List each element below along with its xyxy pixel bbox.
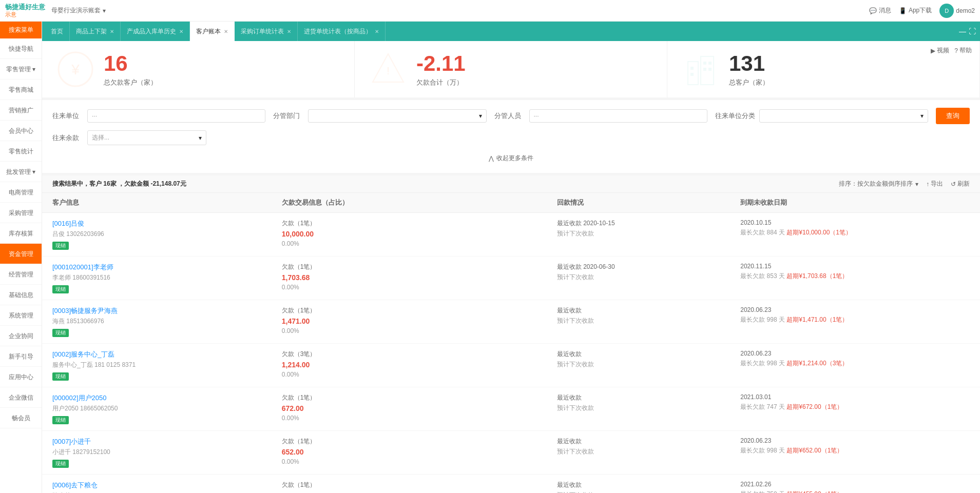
collapse-btn[interactable]: ⋀ 收起更多条件	[52, 151, 970, 165]
return-date: 最近收款 2020-10-15	[557, 219, 740, 228]
customer-name[interactable]: [0016]吕俊	[52, 220, 84, 227]
sort-select[interactable]: 排序：按欠款金额倒序排序 ▾	[839, 180, 918, 188]
sidebar-item-零售统计[interactable]: 零售统计	[0, 141, 42, 162]
filter-balance-select[interactable]: 选择... ▾	[87, 130, 206, 145]
svg-text:¥: ¥	[71, 62, 80, 77]
date-overdue: 最长欠款 750 天 超期¥455.90（1笔）	[740, 490, 970, 493]
date-main: 2021.03.01	[740, 393, 970, 401]
sidebar-item-采购管理[interactable]: 采购管理	[0, 203, 42, 223]
svg-rect-10	[703, 68, 706, 71]
help-btn[interactable]: ? 帮助	[954, 46, 972, 55]
tab-5[interactable]: 进货单统计表（按商品）✕	[298, 22, 386, 41]
industry-selector[interactable]: 母婴行业演示账套 ▾	[51, 6, 106, 15]
filter-person: 分管人员 ···	[494, 109, 707, 123]
customer-name[interactable]: [0006]去下粮仓	[52, 481, 98, 489]
sidebar-item-电商管理[interactable]: 电商管理	[0, 182, 42, 203]
sidebar-item-基础信息[interactable]: 基础信息	[0, 285, 42, 305]
query-button[interactable]: 查询	[936, 108, 970, 124]
refresh-btn[interactable]: ↺ 刷新	[951, 180, 970, 188]
main-layout: 搜索菜单 快捷导航零售管理 ▾零售商城营销推广会员中心零售统计批发管理 ▾电商管…	[0, 22, 980, 493]
tab-3[interactable]: 客户账本✕	[190, 22, 235, 41]
customer-name[interactable]: [0007]小进千	[52, 438, 91, 445]
sidebar-item-批发管理[interactable]: 批发管理 ▾	[0, 162, 42, 182]
sidebar-item-经营管理[interactable]: 经营管理	[0, 264, 42, 285]
overdue-link[interactable]: 超期¥672.00（1笔）	[786, 403, 843, 410]
page-content: ¥ 16 总欠款客户（家） !	[42, 41, 980, 493]
stat-card-amount: ! -2.11 欠款合计（万）	[355, 41, 667, 97]
filter-dept-select[interactable]: ▾	[308, 109, 486, 123]
stat-card-total: 131 总客户（家） ▶ 视频 ? 帮助	[667, 41, 980, 97]
filter-person-input[interactable]: ···	[529, 109, 707, 123]
filter-category: 往来单位分类 ▾	[715, 109, 928, 123]
sidebar-item-库存核算[interactable]: 库存核算	[0, 223, 42, 244]
sidebar-item-零售商城[interactable]: 零售商城	[0, 80, 42, 100]
sidebar-item-企业协同[interactable]: 企业协同	[0, 326, 42, 346]
date-overdue: 最长欠款 998 天 超期¥652.00（1笔）	[740, 446, 970, 455]
sidebar-item-快捷导航[interactable]: 快捷导航	[0, 38, 42, 59]
date-overdue: 最长欠款 884 天 超期¥10,000.00（1笔）	[740, 228, 970, 237]
date-main: 2021.02.26	[740, 481, 970, 488]
date-overdue: 最长欠款 998 天 超期¥1,471.00（1笔）	[740, 315, 970, 324]
sidebar-item-会员中心[interactable]: 会员中心	[0, 121, 42, 141]
user-avatar[interactable]: D demo2	[939, 4, 975, 18]
tab-2[interactable]: 产成品入库单历史✕	[121, 22, 190, 41]
table-row: [0006]去下粮仓 陈小帅 现销 欠款（1笔） 455.90 0.00% 最近…	[42, 475, 980, 493]
video-btn[interactable]: ▶ 视频	[931, 46, 949, 55]
arrear-count: 欠款（1笔）	[282, 393, 557, 402]
sidebar-item-系统管理[interactable]: 系统管理	[0, 305, 42, 326]
minimize-btn[interactable]: —	[959, 27, 966, 35]
table-row: [0007]小进千 小进千 18279152100 现销 欠款（1笔） 652.…	[42, 431, 980, 475]
tab-4[interactable]: 采购订单统计表✕	[235, 22, 298, 41]
customer-tag: 现销	[52, 329, 69, 337]
overdue-link[interactable]: 超期¥1,703.68（1笔）	[786, 272, 848, 280]
sidebar-item-应用中心[interactable]: 应用中心	[0, 367, 42, 387]
results-actions: 排序：按欠款金额倒序排序 ▾ ↑ 导出 ↺ 刷新	[839, 180, 970, 188]
stat-icon-building	[683, 51, 719, 87]
message-btn[interactable]: 💬 消息	[869, 6, 891, 15]
customer-name[interactable]: [0002]服务中心_丁磊	[52, 350, 114, 358]
sidebar-item-零售管理[interactable]: 零售管理 ▾	[0, 59, 42, 80]
sidebar-item-资金管理[interactable]: 资金管理	[0, 244, 42, 264]
date-main: 2020.06.23	[740, 350, 970, 357]
stat-label-total: 总客户（家）	[729, 78, 769, 87]
overdue-link[interactable]: 超期¥1,214.00（3笔）	[786, 360, 848, 367]
logo-text: 畅捷通好生意 示意	[5, 3, 45, 18]
sidebar-item-新手引导[interactable]: 新手引导	[0, 346, 42, 367]
filter-unit-input[interactable]: ···	[87, 109, 265, 123]
svg-rect-6	[690, 67, 694, 70]
top-bar: 畅捷通好生意 示意 母婴行业演示账套 ▾ 💬 消息 📱 App下载 D demo…	[0, 0, 980, 22]
return-date: 最近收款 2020-06-30	[557, 263, 740, 271]
customer-phone: 服务中心_丁磊 181 0125 8371	[52, 361, 282, 369]
filter-balance: 往来余款 选择... ▾	[52, 130, 206, 145]
date-overdue: 最长欠款 853 天 超期¥1,703.68（1笔）	[740, 272, 970, 281]
customer-name[interactable]: [000002]用户2050	[52, 394, 107, 402]
customer-name[interactable]: [0003]畅捷服务尹海燕	[52, 307, 118, 314]
sidebar-search[interactable]: 搜索菜单	[0, 22, 42, 38]
arrear-count: 欠款（3笔）	[282, 350, 557, 359]
sidebar-item-畅会员[interactable]: 畅会员	[0, 408, 42, 428]
return-date: 最近收款	[557, 481, 740, 489]
svg-rect-7	[690, 73, 694, 76]
download-btn[interactable]: 📱 App下载	[899, 6, 932, 15]
overdue-link[interactable]: 超期¥652.00（1笔）	[786, 447, 843, 454]
overdue-link[interactable]: 超期¥455.90（1笔）	[786, 490, 843, 493]
stat-number-total: 131	[729, 51, 769, 76]
date-main: 2020.06.23	[740, 306, 970, 313]
filter-area: 往来单位 ··· 分管部门 ▾ 分管人员	[42, 100, 980, 173]
sidebar-item-企业微信[interactable]: 企业微信	[0, 387, 42, 408]
expand-btn[interactable]: ⛶	[969, 27, 976, 35]
filter-category-select[interactable]: ▾	[759, 109, 928, 123]
export-btn[interactable]: ↑ 导出	[926, 180, 943, 188]
customer-phone: 海燕 18513066976	[52, 317, 282, 326]
sidebar-item-营销推广[interactable]: 营销推广	[0, 100, 42, 121]
tab-1[interactable]: 商品上下架✕	[70, 22, 121, 41]
overdue-link[interactable]: 超期¥1,471.00（1笔）	[786, 316, 848, 323]
overdue-link[interactable]: 超期¥10,000.00（1笔）	[786, 229, 852, 236]
date-main: 2020.10.15	[740, 219, 970, 226]
return-date: 最近收款	[557, 306, 740, 315]
customer-phone: 用户2050 18665062050	[52, 404, 282, 413]
customer-name[interactable]: [0001020001]李老师	[52, 263, 113, 271]
arrear-amount: 1,214.00	[282, 361, 557, 369]
tab-0[interactable]: 首页	[45, 22, 70, 41]
arrear-amount: 672.00	[282, 404, 557, 412]
